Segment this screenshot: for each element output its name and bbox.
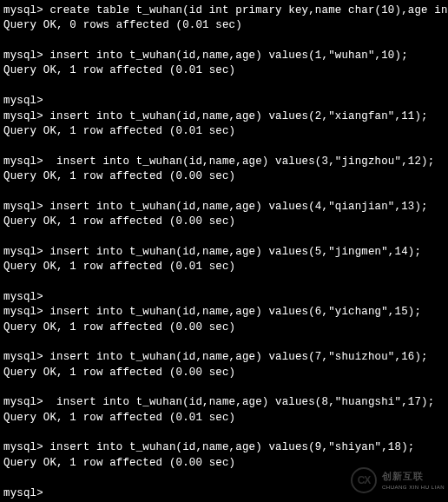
sql-command: mysql> insert into t_wuhan(id,name,age) … [3,109,445,124]
sql-result: Query OK, 1 row affected (0.01 sec) [3,124,445,139]
blank-line [3,79,445,94]
blank-line [3,184,445,199]
sql-command: mysql> insert into t_wuhan(id,name,age) … [3,395,445,410]
blank-line [3,229,445,244]
sql-command: mysql> insert into t_wuhan(id,name,age) … [3,49,445,63]
sql-result: Query OK, 1 row affected (0.00 sec) [3,320,445,335]
watermark-logo-icon: CX [351,467,377,493]
watermark-cn-text: 创新互联 [382,470,445,483]
blank-line [3,426,445,440]
sql-command: mysql> insert into t_wuhan(id,name,age) … [3,305,445,320]
blank-line [3,380,445,395]
sql-command: mysql> insert into t_wuhan(id,name,age) … [3,350,445,365]
sql-command: mysql> insert into t_wuhan(id,name,age) … [3,200,445,215]
sql-result: Query OK, 1 row affected (0.00 sec) [3,169,445,184]
sql-result: Query OK, 1 row affected (0.00 sec) [3,215,445,229]
watermark-logo-text: CX [358,473,371,488]
sql-result: Query OK, 1 row affected (0.01 sec) [3,63,445,78]
mysql-terminal[interactable]: mysql> create table t_wuhan(id int prima… [3,3,445,502]
watermark-en-text: CHUANG XIN HU LIAN [382,484,445,491]
blank-line [3,274,445,289]
sql-result: Query OK, 1 row affected (0.01 sec) [3,411,445,426]
sql-command: mysql> insert into t_wuhan(id,name,age) … [3,245,445,260]
sql-result: Query OK, 1 row affected (0.01 sec) [3,260,445,274]
sql-result: Query OK, 1 row affected (0.00 sec) [3,366,445,380]
blank-line [3,139,445,154]
blank-line [3,34,445,49]
sql-result: Query OK, 0 rows affected (0.01 sec) [3,18,445,33]
watermark: CX 创新互联 CHUANG XIN HU LIAN [351,467,445,493]
sql-command: mysql> create table t_wuhan(id int prima… [3,3,445,18]
blank-line [3,335,445,350]
sql-command: mysql> insert into t_wuhan(id,name,age) … [3,155,445,169]
sql-command: mysql> insert into t_wuhan(id,name,age) … [3,440,445,455]
empty-prompt: mysql> [3,94,445,109]
empty-prompt: mysql> [3,290,445,305]
